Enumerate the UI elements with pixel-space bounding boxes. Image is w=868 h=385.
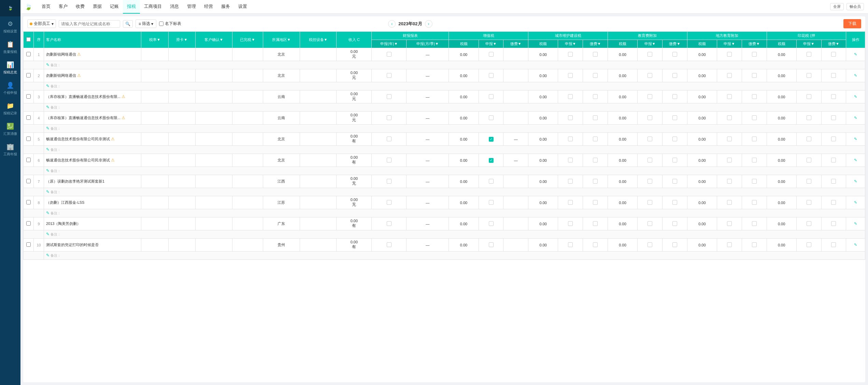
row-vat-declare [479,217,503,230]
edit-remark-icon[interactable]: ✎ [46,189,49,194]
row-cw-year [372,90,407,103]
remark-row: ✎ 备注： [24,146,865,154]
checked-icon: ✓ [489,137,494,142]
row-revenue: 0.00有 [337,239,372,252]
row-checkbox[interactable] [26,221,31,226]
row-checkbox[interactable] [26,52,31,56]
edit-remark-icon[interactable]: ✎ [46,211,49,215]
row-edu-fee [662,175,687,188]
row-checkbox[interactable] [26,179,31,183]
unchecked-icon [648,158,652,162]
row-edit-button[interactable]: ✎ [846,69,865,82]
row-edit-button[interactable]: ✎ [846,112,865,125]
warning-icon: ⚠ [77,73,81,78]
row-local-tax: 0.00 [687,196,717,209]
row-edit-button[interactable]: ✎ [846,48,865,61]
row-edit-button[interactable]: ✎ [846,175,865,188]
topnav-tax[interactable]: 报税 [123,0,140,14]
select-all-checkbox[interactable] [26,37,31,42]
sidebar-item-annual-report[interactable]: 🏢 工商年报 [0,139,20,160]
batch-tax-icon: 📋 [6,40,14,48]
topnav-services[interactable]: 服务 [217,0,234,14]
row-city-tax: 0.00 [528,90,558,103]
sidebar-item-tax-records[interactable]: 📁 报税记录 [0,98,20,119]
edit-remark-icon[interactable]: ✎ [46,126,49,131]
data-table-wrap[interactable]: 序 客户名称 税率▼ 滑卡▼ 客户确认▼ 已完税▼ 所属地区▼ 税控设备▼ 收入… [23,31,865,382]
employee-filter-select[interactable]: 全部员工 ▾ [27,19,56,28]
row-checkbox[interactable] [26,242,31,247]
edit-remark-icon[interactable]: ✎ [46,232,49,237]
sidebar-item-personal-tax[interactable]: 👤 个税申报 [0,78,20,98]
row-checkbox[interactable] [26,115,31,120]
topnav-invoice[interactable]: 票据 [89,0,106,14]
search-button[interactable]: 🔍 [123,20,133,28]
edit-remark-icon[interactable]: ✎ [46,105,49,110]
row-stamp-fee [821,239,846,252]
topnav-business[interactable]: 工商项目 [140,0,166,14]
row-edit-button[interactable]: ✎ [846,239,865,252]
row-edu-tax: 0.00 [608,154,637,167]
member-button[interactable]: 畅会员 [846,3,864,10]
row-edit-button[interactable]: ✎ [846,196,865,209]
edit-remark-icon[interactable]: ✎ [46,253,49,258]
topnav-management[interactable]: 管理 [183,0,200,14]
search-input[interactable] [59,20,120,28]
sidebar-item-tax-settings[interactable]: ⚙ 报税设置 [0,16,20,37]
filter-button[interactable]: ≡ 筛选 ▾ [136,19,156,28]
topnav-operations[interactable]: 经营 [200,0,217,14]
row-serial: 4 [34,112,44,125]
remark-cell: ✎ 备注： [44,209,865,217]
download-button[interactable]: 下载 [843,19,861,28]
topnav-clients[interactable]: 客户 [55,0,72,14]
edit-remark-icon[interactable]: ✎ [46,84,49,88]
row-vat-tax: 0.00 [449,112,479,125]
row-region: 江苏 [263,196,300,209]
row-checkbox[interactable] [26,200,31,204]
row-edit-button[interactable]: ✎ [846,133,865,146]
table-row: 4 （库存核算）直播畅速通信息技术股份有限...⚠ 云南 0.00元 — 0.0… [24,112,865,125]
row-stamp-tax: 0.00 [767,69,796,82]
row-local-tax: 0.00 [687,48,717,61]
unchecked-icon [831,94,836,99]
unchecked-icon [672,221,677,226]
row-revenue: 0.00元 [337,69,372,82]
unchecked-icon [593,115,598,120]
row-city-declare [558,239,583,252]
row-vat-declare [479,239,503,252]
th-tax-device: 税控设备▼ [300,32,337,48]
row-swipe [168,112,195,125]
sidebar-item-batch-tax[interactable]: 📋 批量报税 [0,37,20,57]
row-checkbox[interactable] [26,158,31,162]
edit-remark-icon[interactable]: ✎ [46,62,49,67]
prev-date-button[interactable]: ‹ [388,20,396,28]
edit-remark-icon[interactable]: ✎ [46,168,49,173]
th-edu-tax: 税额 [608,40,637,48]
row-checkbox[interactable] [26,73,31,77]
th-city-declare: 申报▼ [558,40,583,48]
sidebar-item-tax-overview[interactable]: 📊 报税总览 [0,57,20,78]
row-edit-button[interactable]: ✎ [846,154,865,167]
named-table-checkbox[interactable] [159,22,163,26]
unchecked-icon [807,73,811,78]
row-tax-rate [141,196,168,209]
topnav-messages[interactable]: 消息 [166,0,183,14]
unchecked-icon [831,158,836,162]
row-checkbox[interactable] [26,137,31,141]
row-serial: 9 [34,217,44,230]
sidebar-item-annual-settlement[interactable]: 💹 汇算清缴 [0,119,20,139]
row-checkbox[interactable] [26,94,31,99]
unchecked-icon [387,52,392,57]
remark-spacer [24,82,44,90]
topnav-billing[interactable]: 收费 [72,0,89,14]
fullscreen-button[interactable]: 全屏 [830,3,844,10]
row-swipe [168,196,195,209]
next-date-button[interactable]: › [425,20,432,28]
row-edit-button[interactable]: ✎ [846,90,865,103]
edit-remark-icon[interactable]: ✎ [46,147,49,152]
topnav-bookkeeping[interactable]: 记账 [106,0,123,14]
topnav-home[interactable]: 首页 [38,0,55,14]
row-edit-button[interactable]: ✎ [846,217,865,230]
checkbox-label[interactable]: 名下标表 [159,21,181,27]
topnav-settings[interactable]: 设置 [234,0,251,14]
unchecked-icon [752,158,757,162]
